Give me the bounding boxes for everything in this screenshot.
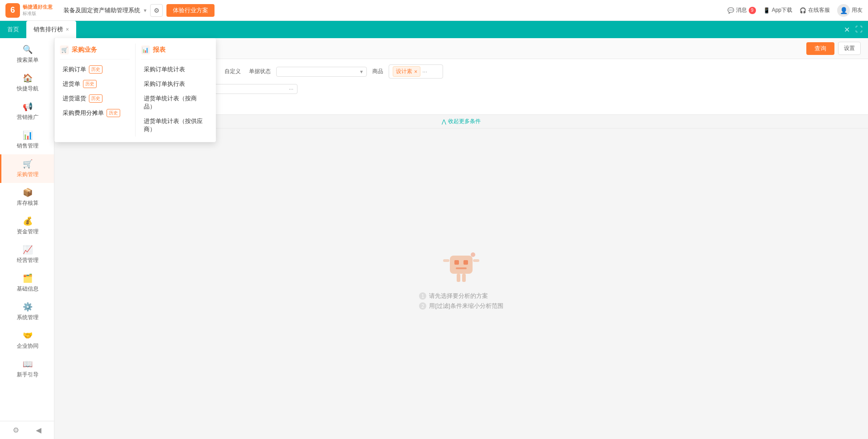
svg-rect-6 [443,259,449,262]
empty-tip-1: 1 请先选择要分析的方案 [419,292,503,300]
voucher-status-label: 单据状态 [249,68,271,75]
system-icon: ⚙️ [23,302,33,312]
quick-btn-custom[interactable]: 自定义 [222,67,244,76]
dropdown-item-return[interactable]: 进货退货 历史 [60,91,130,106]
svg-rect-4 [457,274,460,282]
sidebar-item-quick-nav[interactable]: 🏠 快捷导航 [0,69,54,97]
salesperson-dropdown-icon: ··· [289,86,293,92]
tab-sales-ranking[interactable]: 销售排行榜 × [26,21,76,38]
app-download-btn[interactable]: 📱 App下载 [763,6,792,14]
top-header: 6 畅捷通好生意 标准版 装备及固定资产辅助管理系统 ▾ ⚙ 体验行业方案 💬 … [0,0,868,21]
user-btn[interactable]: 👤 用友 [837,4,863,17]
finance-icon: 💰 [23,216,33,226]
dropdown-col-purchase: 🛒 采购业务 采购订单 历史 进货单 历史 进货退货 历史 采购费用分摊单 历史 [54,44,135,137]
tip-num-2: 2 [419,302,426,310]
logo-text: 畅捷通好生意 标准版 [23,4,53,17]
system-title-dropdown-icon[interactable]: ▾ [144,7,146,14]
dropdown-col-purchase-header: 🛒 采购业务 [60,44,130,59]
svg-point-8 [471,252,475,257]
marketing-icon: 📢 [23,102,33,112]
empty-state: 1 请先选择要分析的方案 2 用[过滤]条件来缩小分析范围 [54,128,868,429]
goods-tag-close[interactable]: × [414,69,417,75]
query-button[interactable]: 查询 [806,42,834,55]
voucher-status-select[interactable]: ▾ [276,67,367,77]
operations-icon: 📈 [23,245,33,255]
history-badge-2: 历史 [89,94,102,103]
sidebar-item-search[interactable]: 🔍 搜索菜单 [0,40,54,69]
tab-bar-right: ✕ ⛶ [842,24,868,36]
goods-tag: 设计素 × [393,66,420,77]
enterprise-icon: 🤝 [23,330,33,340]
sidebar-item-sales[interactable]: 📊 销售管理 [0,126,54,154]
svg-rect-5 [462,274,466,282]
sidebar-item-basic-info[interactable]: 🗂️ 基础信息 [0,269,54,297]
sidebar-bottom: ⚙ ◀ [0,421,54,439]
dropdown-col-reports-header: 📊 报表 [141,44,211,59]
tab-close-icon[interactable]: × [66,26,69,33]
sidebar-item-inventory[interactable]: 📦 库存核算 [0,183,54,212]
sales-icon: 📊 [23,130,33,140]
industry-solution-button[interactable]: 体验行业方案 [166,4,215,17]
headset-icon: 🎧 [800,7,806,14]
settings-icon-btn[interactable]: ⚙ [150,4,163,17]
purchase-dropdown-menu: 🛒 采购业务 采购订单 历史 进货单 历史 进货退货 历史 采购费用分摊单 历史… [54,38,216,142]
sidebar-collapse-btn[interactable]: ◀ [36,426,41,434]
sidebar-item-marketing[interactable]: 📢 营销推广 [0,97,54,126]
sidebar-item-operations[interactable]: 📈 经营管理 [0,240,54,269]
dropdown-col-reports: 📊 报表 采购订单统计表 采购订单执行表 进货单统计表（按商品） 进货单统计表（… [135,44,216,137]
logo-icon: 6 [5,3,20,18]
svg-rect-1 [454,260,459,265]
goods-filter-dots[interactable]: ··· [422,68,427,75]
online-service-btn[interactable]: 🎧 在线客服 [800,6,830,14]
sidebar: 🔍 搜索菜单 🏠 快捷导航 📢 营销推广 📊 销售管理 🛒 采购管理 📦 库存核… [0,38,54,439]
svg-rect-2 [463,260,468,265]
dropdown-item-purchase-order[interactable]: 采购订单 历史 [60,62,130,77]
svg-rect-3 [456,267,467,269]
dropdown-item-inbound[interactable]: 进货单 历史 [60,77,130,91]
tab-bar: 首页 销售排行榜 × ✕ ⛶ [0,21,868,38]
dropdown-item-expense[interactable]: 采购费用分摊单 历史 [60,106,130,120]
svg-rect-7 [473,259,479,262]
avatar: 👤 [837,4,850,17]
sidebar-settings-btn[interactable]: ⚙ [13,426,19,434]
messages-btn[interactable]: 💬 消息 9 [727,6,756,14]
history-badge-1: 历史 [83,80,97,88]
guide-icon: 📖 [23,359,33,369]
reports-col-icon: 📊 [141,45,150,54]
collapse-icon: ⋀ [442,118,446,125]
system-title-area: 装备及固定资产辅助管理系统 ▾ ⚙ 体验行业方案 [63,4,215,17]
search-icon: 🔍 [23,44,33,54]
tab-fullscreen-icon[interactable]: ⛶ [853,24,864,35]
sidebar-item-purchase[interactable]: 🛒 采购管理 [0,154,54,183]
svg-rect-0 [450,256,473,274]
tab-home[interactable]: 首页 [0,21,26,38]
voucher-status-dropdown-icon: ▾ [360,69,363,75]
basic-info-icon: 🗂️ [23,273,33,283]
home-icon: 🏠 [23,73,33,83]
sidebar-item-guide[interactable]: 📖 新手引导 [0,355,54,383]
dropdown-item-order-execution[interactable]: 采购订单执行表 [141,77,211,91]
settings-button[interactable]: 设置 [838,42,861,55]
system-title: 装备及固定资产辅助管理系统 [63,6,140,15]
inventory-icon: 📦 [23,187,33,197]
sidebar-item-enterprise[interactable]: 🤝 企业协同 [0,326,54,355]
purchase-col-icon: 🛒 [60,45,69,54]
empty-state-icon [439,247,484,287]
dropdown-item-inbound-by-supplier[interactable]: 进货单统计表（按供应商） [141,114,211,137]
purchase-icon: 🛒 [23,159,33,169]
tab-close-all-icon[interactable]: ✕ [842,24,852,36]
sidebar-item-finance[interactable]: 💰 资金管理 [0,212,54,240]
goods-filter-label: 商品 [372,68,383,75]
goods-filter-area: 设计素 × ··· [389,64,443,79]
sidebar-item-system[interactable]: ⚙️ 系统管理 [0,297,54,326]
message-badge: 9 [749,7,756,14]
empty-tips: 1 请先选择要分析的方案 2 用[过滤]条件来缩小分析范围 [419,292,503,312]
dropdown-item-inbound-by-goods[interactable]: 进货单统计表（按商品） [141,91,211,114]
message-icon: 💬 [727,7,734,14]
salesperson-select[interactable]: ··· [207,84,297,94]
history-badge-0: 历史 [89,65,102,74]
empty-tip-2: 2 用[过滤]条件来缩小分析范围 [419,302,503,310]
header-right: 💬 消息 9 📱 App下载 🎧 在线客服 👤 用友 [727,4,863,17]
history-badge-3: 历史 [107,109,120,117]
dropdown-item-order-stats[interactable]: 采购订单统计表 [141,62,211,77]
